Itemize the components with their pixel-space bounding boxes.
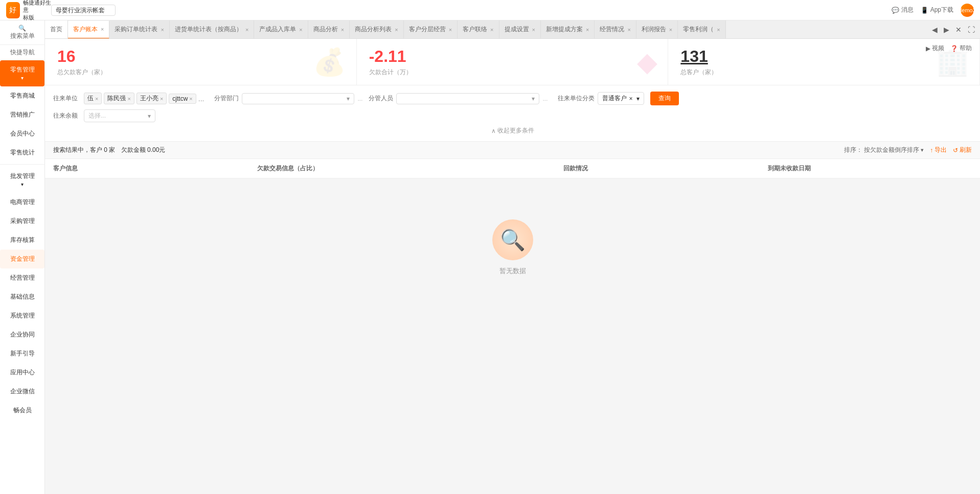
dept-more-btn[interactable]: ... (357, 95, 362, 102)
help-btn[interactable]: ❓ 帮助 (950, 44, 972, 53)
filter-row-2: 往来余额 选择... (53, 109, 972, 122)
tab-product-analysis-list[interactable]: 商品分析列表 × (350, 20, 403, 38)
tab-close-product-analysis[interactable]: × (341, 27, 344, 33)
tab-close-product-analysis-list[interactable]: × (395, 27, 398, 33)
filter-dept-label: 分管部门 (214, 94, 239, 103)
avatar[interactable]: demo2 (961, 4, 974, 17)
tab-product-analysis[interactable]: 商品分析 × (308, 20, 350, 38)
sidebar-item-inventory-check[interactable]: 库存核算 (0, 231, 44, 250)
person-more-btn[interactable]: ... (542, 95, 548, 102)
sidebar-item-ecommerce-mgmt[interactable]: 电商管理 (0, 193, 44, 212)
sidebar-item-finance-mgmt[interactable]: 资金管理 (0, 250, 44, 268)
sidebar-item-new-guide[interactable]: 新手引导 (0, 344, 44, 363)
main-layout: 🔍 搜索菜单 快捷导航 零售管理 ▾ 零售商城 营销推广 会员中心 零售统计 批… (0, 20, 980, 494)
tab-home[interactable]: 首页 (45, 20, 68, 38)
tab-cost-inbound[interactable]: 产成品入库单 × (254, 20, 308, 38)
sidebar-item-retail-shop[interactable]: 零售商城 (0, 86, 44, 105)
remove-tag-cjttcw[interactable]: × (189, 96, 192, 102)
refresh-btn[interactable]: ↺ 刷新 (953, 146, 972, 154)
empty-text: 暂无数据 (499, 266, 526, 276)
filter-tag-cjttcw[interactable]: cjttcw × (169, 94, 196, 104)
tab-fullscreen-btn[interactable]: ⛶ (966, 25, 977, 35)
tab-inbound-stats[interactable]: 进货单统计表（按商品） × (170, 20, 254, 38)
filter-balance-select[interactable]: 选择... (84, 109, 155, 122)
sidebar-item-member-vip[interactable]: 畅会员 (0, 401, 44, 420)
stat-card-customers: 💰 16 总欠款客户（家） (45, 39, 357, 85)
tab-close-all-btn[interactable]: ✕ (953, 25, 964, 35)
sidebar-item-retail-mgmt[interactable]: 零售管理 ▾ (0, 60, 44, 86)
remove-tag-wangxiaoliang[interactable]: × (160, 96, 163, 102)
result-info: 搜索结果中，客户 0 家 欠款金额 0.00元 (53, 146, 165, 154)
sidebar-item-system-mgmt[interactable]: 系统管理 (0, 306, 44, 325)
app-download-btn[interactable]: 📱 App下载 (921, 6, 953, 14)
remove-tag-wu[interactable]: × (95, 96, 98, 102)
sidebar-item-app-center[interactable]: 应用中心 (0, 363, 44, 382)
col-header-repay: 回款情况 (563, 164, 767, 173)
logo-area: 好 畅捷通好生意 标版 (6, 0, 51, 21)
query-btn[interactable]: 查询 (650, 92, 679, 105)
sidebar-search[interactable]: 🔍 搜索菜单 (0, 20, 44, 45)
tab-close-retail-profit[interactable]: × (717, 27, 720, 33)
filter-tags-unit: 伍 × 陈民强 × 王小亮 × cjttcw × (84, 93, 204, 104)
refresh-icon: ↺ (953, 147, 958, 154)
sort-arrow-icon: ▾ (921, 147, 924, 153)
remove-unit-type-tag[interactable]: × (629, 95, 632, 102)
stat-label-debt: 欠款合计（万） (369, 68, 656, 77)
filter-tag-wu[interactable]: 伍 × (84, 93, 102, 104)
sort-btn[interactable]: 排序： 按欠款金额倒序排序 ▾ (844, 146, 924, 154)
tab-next-btn[interactable]: ▶ (942, 25, 951, 35)
top-right: 💬 消息 📱 App下载 demo2 (892, 4, 974, 17)
filter-dept-select[interactable] (242, 93, 354, 104)
sidebar-item-marketing[interactable]: 营销推广 (0, 105, 44, 124)
sidebar-quick-nav[interactable]: 快捷导航 (0, 45, 44, 60)
filter-row-1: 往来单位 伍 × 陈民强 × 王小亮 × (53, 92, 972, 105)
sidebar-item-operation-mgmt[interactable]: 经营管理 (0, 268, 44, 287)
export-btn[interactable]: ↑ 导出 (930, 146, 947, 154)
video-btn[interactable]: ▶ 视频 (926, 44, 944, 53)
tab-retail-profit[interactable]: 零售利润（ × (678, 20, 725, 38)
sidebar-item-wholesale-mgmt[interactable]: 批发管理 ▾ (0, 167, 44, 193)
table-header: 客户信息 欠款交易信息（占比） 回款情况 到期未收款日期 (45, 159, 980, 178)
dept-arrow-icon (347, 95, 350, 102)
tab-controls: ◀ ▶ ✕ ⛶ (927, 25, 980, 35)
filter-tag-wangxiaoliang[interactable]: 王小亮 × (136, 93, 167, 104)
tab-close-new-raise-plan[interactable]: × (586, 27, 589, 33)
tab-close-raise-settings[interactable]: × (532, 27, 535, 33)
remove-tag-chenminqiang[interactable]: × (127, 96, 130, 102)
tab-new-raise-plan[interactable]: 新增提成方案 × (541, 20, 595, 38)
sidebar-item-purchase-mgmt[interactable]: 采购管理 (0, 212, 44, 231)
filter-unit-label: 往来单位 (53, 94, 78, 103)
tab-profit-report[interactable]: 利润报告 × (636, 20, 678, 38)
message-icon: 💬 (892, 7, 899, 14)
tab-prev-btn[interactable]: ◀ (930, 25, 940, 35)
tab-close-customer-tier[interactable]: × (449, 27, 452, 33)
tab-raise-settings[interactable]: 提成设置 × (499, 20, 541, 38)
sidebar-item-retail-stats[interactable]: 零售统计 (0, 143, 44, 162)
message-btn[interactable]: 💬 消息 (892, 6, 914, 14)
tab-operation-status[interactable]: 经营情况 × (595, 20, 636, 38)
filter-unit-type-group: 往来单位分类 普通客户 × (558, 92, 644, 105)
tab-customer-contact[interactable]: 客户联络 × (458, 20, 499, 38)
tab-close-customer-contact[interactable]: × (490, 27, 493, 33)
sidebar-item-enterprise-coop[interactable]: 企业协同 (0, 325, 44, 344)
filter-more-units[interactable]: ... (198, 95, 204, 103)
stat-icon-money: 💰 (313, 47, 346, 78)
collapse-btn[interactable]: ∧ 收起更多条件 (53, 126, 972, 135)
filter-person-select[interactable] (396, 93, 539, 104)
tab-close-cost-inbound[interactable]: × (299, 27, 302, 33)
tab-close-profit-report[interactable]: × (669, 27, 672, 33)
filter-tag-chenminqiang[interactable]: 陈民强 × (104, 93, 134, 104)
filter-unit-type-select[interactable]: 普通客户 × (598, 92, 644, 105)
tab-close-operation-status[interactable]: × (627, 27, 630, 33)
tab-customer-tier[interactable]: 客户分层经营 × (404, 20, 458, 38)
tab-close-purchase-order-stats[interactable]: × (161, 27, 164, 33)
sidebar-item-member-center[interactable]: 会员中心 (0, 124, 44, 143)
sidebar-item-basic-info[interactable]: 基础信息 (0, 287, 44, 306)
workspace-select[interactable]: 母婴行业演示帐套 (51, 5, 116, 16)
sidebar-item-enterprise-wechat[interactable]: 企业微信 (0, 382, 44, 401)
tab-purchase-order-stats[interactable]: 采购订单统计表 × (109, 20, 169, 38)
tab-customer-book[interactable]: 客户账本 × (68, 21, 109, 39)
tab-close-inbound-stats[interactable]: × (245, 27, 248, 33)
tab-close-customer-book[interactable]: × (101, 26, 104, 32)
page-content: 💰 16 总欠款客户（家） ◆ -2.11 欠款合计（万） 🏢 131 总客户（… (45, 39, 980, 494)
